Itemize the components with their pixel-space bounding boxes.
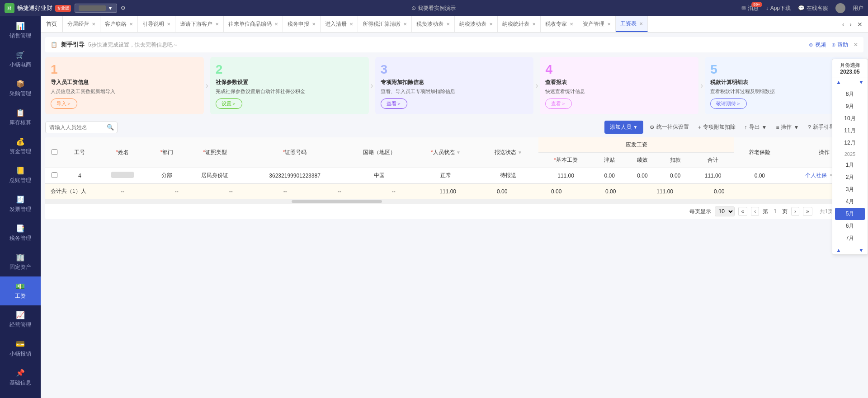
- last-page-btn[interactable]: »: [803, 207, 812, 216]
- action-social-link[interactable]: 个人社保: [805, 172, 827, 178]
- row-select-checkbox[interactable]: [52, 172, 57, 178]
- month-9[interactable]: 9月: [832, 100, 868, 112]
- search-icon[interactable]: 🔍: [107, 124, 114, 131]
- step-2-btn[interactable]: 设置＞: [216, 98, 242, 109]
- tab-close-product[interactable]: ✕: [274, 22, 278, 27]
- sidebar-item-sales[interactable]: 📊 销售管理: [0, 16, 41, 45]
- sidebar-item-system[interactable]: ⚙️ 系统管理: [0, 392, 41, 398]
- month-expand-up-btn[interactable]: ▲: [836, 247, 841, 253]
- tab-close-taxfluctuation[interactable]: ✕: [489, 22, 493, 27]
- tab-close-hierarchy[interactable]: ✕: [92, 22, 95, 27]
- month-2[interactable]: 2月: [832, 171, 868, 183]
- month-5[interactable]: 5月: [835, 208, 865, 220]
- step-1-btn[interactable]: 导入＞: [51, 98, 77, 109]
- sidebar-item-ecommerce[interactable]: 🛒 小畅电商: [0, 45, 41, 74]
- sidebar-label-ecommerce: 小畅电商: [9, 61, 31, 69]
- month-12[interactable]: 12月: [832, 137, 868, 149]
- operations-btn[interactable]: ≡ 操作 ▼: [773, 122, 802, 133]
- page-size-select[interactable]: 10 20 50: [715, 206, 735, 216]
- step-5-btn[interactable]: 敬请期待＞: [710, 98, 747, 109]
- add-employee-btn[interactable]: 添加人员 ▼: [604, 121, 643, 134]
- tab-taxexpert[interactable]: 税收专家 ✕: [541, 16, 578, 32]
- tab-close-taxexpert[interactable]: ✕: [570, 22, 573, 27]
- month-10[interactable]: 10月: [832, 112, 868, 125]
- tab-close-taxexemption[interactable]: ✕: [446, 22, 450, 27]
- tab-taxexemption[interactable]: 税负波动表 ✕: [412, 16, 455, 32]
- prev-page-btn[interactable]: ‹: [751, 207, 759, 216]
- tab-taxcalc[interactable]: 所得税汇算清缴 ✕: [358, 16, 412, 32]
- month-11[interactable]: 11月: [832, 125, 868, 137]
- tab-tax-report[interactable]: 税务申报 ✕: [283, 16, 321, 32]
- special-deduction-btn[interactable]: + 专项附加扣除: [695, 122, 738, 133]
- tab-close-payroll[interactable]: ✕: [639, 21, 643, 26]
- month-3[interactable]: 3月: [832, 183, 868, 196]
- tab-close-all-btn[interactable]: ✕: [855, 20, 864, 29]
- row-checkbox[interactable]: [45, 168, 63, 183]
- reportstatus-filter-icon[interactable]: ▼: [518, 150, 522, 155]
- sidebar-item-ledger[interactable]: 📒 总账管理: [0, 161, 41, 190]
- sidebar-item-tax[interactable]: 📑 税务管理: [0, 219, 41, 248]
- settings-icon[interactable]: ⚙: [121, 5, 126, 11]
- sidebar-item-salary[interactable]: 💵 工资: [0, 276, 41, 305]
- tab-payroll[interactable]: 工资表 ✕: [616, 16, 648, 32]
- tab-close-crm[interactable]: ✕: [129, 22, 133, 27]
- sidebar-item-invoice[interactable]: 🧾 发票管理: [0, 190, 41, 219]
- sidebar-item-inventory[interactable]: 📋 库存核算: [0, 103, 41, 132]
- guide-video-link[interactable]: ⊙ 视频: [809, 41, 826, 49]
- first-page-btn[interactable]: «: [738, 207, 748, 216]
- month-4[interactable]: 4月: [832, 196, 868, 208]
- month-next-btn[interactable]: ▼: [859, 79, 864, 85]
- demo-btn[interactable]: ⊙ 我要看实例演示: [411, 5, 456, 12]
- month-8[interactable]: 8月: [832, 88, 868, 100]
- sidebar-item-report[interactable]: 💳 小畅报销: [0, 334, 41, 363]
- social-settings-btn[interactable]: ⚙ 统一社保设置: [647, 122, 692, 133]
- scrollbar-thumb[interactable]: [292, 200, 382, 203]
- sidebar-item-operations[interactable]: 📈 经营管理: [0, 305, 41, 334]
- tab-guide-intro[interactable]: 引导说明 ✕: [138, 16, 175, 32]
- step-3-btn[interactable]: 查看＞: [381, 98, 407, 109]
- tab-taxstats[interactable]: 纳税统计表 ✕: [498, 16, 541, 32]
- company-dropdown[interactable]: ▼: [75, 4, 117, 13]
- table-scroll[interactable]: 工号 *姓名 *部门 *证照类型 *证照号码 国籍（地区） *人员状态 ▼: [45, 137, 863, 183]
- tab-close-taxreport[interactable]: ✕: [312, 22, 316, 27]
- step-4-btn[interactable]: 查看＞: [545, 98, 572, 109]
- tab-close-inventory[interactable]: ✕: [349, 22, 353, 27]
- month-6[interactable]: 6月: [832, 220, 868, 232]
- tab-close-invite[interactable]: ✕: [215, 22, 219, 27]
- online-service-btn[interactable]: 💬 在线客服: [798, 5, 828, 12]
- month-prev-btn[interactable]: ▲: [836, 79, 841, 85]
- status-filter-icon[interactable]: ▼: [456, 150, 461, 155]
- month-1[interactable]: 1月: [832, 159, 868, 171]
- tab-taxfluctuation[interactable]: 纳税波动表 ✕: [455, 16, 498, 32]
- sidebar-item-purchase[interactable]: 📦 采购管理: [0, 74, 41, 103]
- tab-prev-btn[interactable]: ‹: [840, 20, 846, 29]
- tab-hierarchy[interactable]: 分层经营 ✕: [63, 16, 100, 32]
- tab-invite[interactable]: 邀请下游客户 ✕: [175, 16, 224, 32]
- message-btn[interactable]: ✉ 消息 99+: [741, 5, 759, 12]
- sidebar-item-basic[interactable]: 📌 基础信息: [0, 363, 41, 392]
- tab-crm[interactable]: 客户联络 ✕: [100, 16, 138, 32]
- horizontal-scrollbar[interactable]: [45, 199, 863, 203]
- app-download-btn[interactable]: ↓ App下载: [766, 5, 791, 12]
- select-all-checkbox[interactable]: [52, 149, 57, 155]
- next-page-btn[interactable]: ›: [791, 207, 799, 216]
- tab-home[interactable]: 首页: [41, 16, 63, 32]
- row-idnum: 36232199901223387: [245, 168, 345, 183]
- sidebar-item-finance[interactable]: 💰 资金管理: [0, 132, 41, 161]
- avatar[interactable]: [835, 3, 845, 13]
- tab-assetmgmt[interactable]: 资产管理 ✕: [578, 16, 616, 32]
- tab-next-btn[interactable]: ›: [848, 20, 854, 29]
- month-7[interactable]: 7月: [832, 232, 868, 244]
- tab-close-guide[interactable]: ✕: [167, 22, 170, 27]
- tab-product-code[interactable]: 往来单位商品编码 ✕: [224, 16, 283, 32]
- content-area: 首页 分层经营 ✕ 客户联络 ✕ 引导说明 ✕ 邀请下游客户 ✕ 往来单位商品编…: [41, 16, 868, 398]
- guide-close-btn[interactable]: ✕: [854, 42, 858, 48]
- month-expand-down-btn[interactable]: ▼: [859, 247, 864, 253]
- tab-close-assetmgmt[interactable]: ✕: [607, 22, 611, 27]
- tab-close-taxcalc[interactable]: ✕: [403, 22, 407, 27]
- sidebar-item-assets[interactable]: 🏢 固定资产: [0, 248, 41, 276]
- tab-close-taxstats[interactable]: ✕: [532, 22, 536, 27]
- guide-help-link[interactable]: ⊙ 帮助: [831, 41, 848, 49]
- export-btn[interactable]: ↑ 导出 ▼: [742, 122, 770, 133]
- tab-inventory[interactable]: 进入清册 ✕: [321, 16, 358, 32]
